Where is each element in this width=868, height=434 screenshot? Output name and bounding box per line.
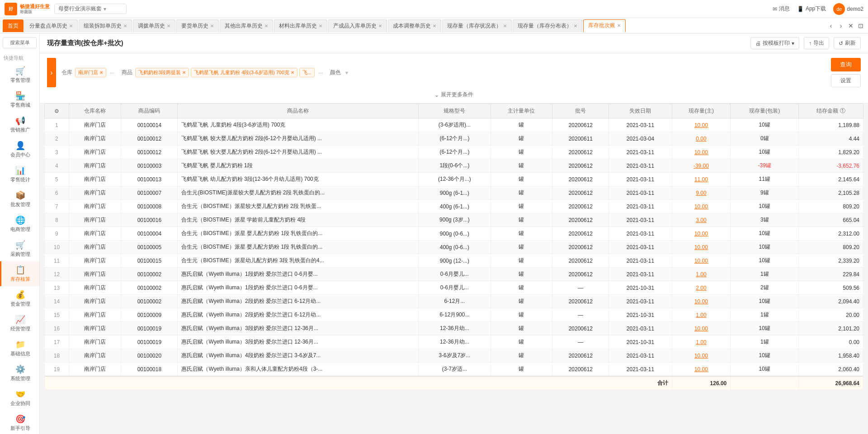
search-menu-button[interactable]: 搜索菜单 xyxy=(3,37,37,48)
tab-menu-button[interactable]: ⊡ xyxy=(856,21,865,30)
row-qty-main[interactable]: 1.00 xyxy=(672,268,731,281)
sidebar-item-wholesale[interactable]: 📦 批发管理 xyxy=(0,187,39,212)
goods-tag-more[interactable]: 飞... xyxy=(299,68,315,77)
tab-stock-dist[interactable]: 现存量（库存分布表） ✕ xyxy=(513,19,582,32)
user-avatar[interactable]: de demo2 xyxy=(833,3,863,15)
tab-close-other-out[interactable]: ✕ xyxy=(264,24,268,28)
sidebar-item-ecom[interactable]: 🌐 电商管理 xyxy=(0,212,39,236)
row-expiry: 2021-03-11 xyxy=(609,159,672,173)
row-qty-main[interactable]: 10.00 xyxy=(672,322,731,335)
row-qty-main[interactable]: 10.00 xyxy=(672,295,731,308)
row-qty-pkg: 10罐 xyxy=(731,254,799,268)
app-download-link[interactable]: 📱 App下载 xyxy=(797,5,826,13)
row-qty-main[interactable]: 0.00 xyxy=(672,132,731,146)
row-qty-main[interactable]: 10.00 xyxy=(672,254,731,268)
tab-zu-chai[interactable]: 组装拆卸单历史 ✕ xyxy=(79,19,132,32)
row-qty-main[interactable]: -39.00 xyxy=(672,159,731,173)
tab-next-button[interactable]: › xyxy=(836,21,845,30)
row-qty-main[interactable]: 1.00 xyxy=(672,335,731,349)
sidebar-item-system[interactable]: ⚙️ 系统管理 xyxy=(0,361,39,386)
sidebar-item-marketing[interactable]: 📢 营销推广 xyxy=(0,112,39,137)
expand-left-button[interactable]: › xyxy=(47,58,56,87)
row-spec: 12-36月幼... xyxy=(419,322,491,335)
query-button[interactable]: 查询 xyxy=(831,58,861,71)
tab-close-stock-dist[interactable]: ✕ xyxy=(574,24,577,28)
row-qty-main[interactable]: 10.00 xyxy=(672,241,731,254)
row-qty-main[interactable]: 10.00 xyxy=(672,227,731,241)
org-selector[interactable]: 母婴行业演示账套 ▾ xyxy=(54,4,127,14)
refresh-button[interactable]: ↺ 刷新 xyxy=(834,37,861,49)
row-qty-main[interactable]: 1.00 xyxy=(672,308,731,322)
tab-stock-status[interactable]: 现存量（库存状况表） ✕ xyxy=(442,19,512,32)
sidebar-item-operations[interactable]: 📈 经营管理 xyxy=(0,311,39,336)
tab-yao-huo[interactable]: 要货单历史 ✕ xyxy=(176,19,219,32)
tab-close-zu-chai[interactable]: ✕ xyxy=(123,24,127,28)
sidebar-item-guide[interactable]: 🎯 新手引导 xyxy=(0,410,39,434)
tab-batch-voucher[interactable]: 库存批次账 ✕ xyxy=(583,19,626,32)
tab-product-in[interactable]: 产成品入库单历史 ✕ xyxy=(328,19,387,32)
tab-close-stock-status[interactable]: ✕ xyxy=(503,24,507,28)
tag-remove-icon[interactable]: ✕ xyxy=(291,70,294,75)
sidebar-item-inventory[interactable]: 📋 库存核算 xyxy=(0,261,39,286)
tab-close-product-in[interactable]: ✕ xyxy=(378,24,382,28)
table-row: 4 南岸门店 00100003 飞鹤星飞帆 婴儿配方奶粉 1段 1段(0-6个.… xyxy=(45,159,863,173)
sidebar-item-purchase[interactable]: 🛒 采购管理 xyxy=(0,236,39,261)
row-name: 飞鹤星飞帆 婴儿配方奶粉 1段 xyxy=(178,159,419,173)
tab-close-material-out[interactable]: ✕ xyxy=(319,24,322,28)
message-link[interactable]: ✉ 消息 xyxy=(773,5,790,13)
row-qty-main[interactable]: 10.00 xyxy=(672,146,731,159)
tab-prev-button[interactable]: ‹ xyxy=(826,21,835,30)
row-name: 惠氏启赋（Wyeth illuma）3段奶粉 爱尔兰进口 12-36月... xyxy=(178,335,419,349)
sidebar-item-member[interactable]: 👤 会员中心 xyxy=(0,137,39,162)
tab-cost-adjust[interactable]: 成本调整单历史 ✕ xyxy=(388,19,441,32)
row-batch: 20200612 xyxy=(552,173,609,186)
warehouse-more-dots[interactable]: ··· xyxy=(108,70,116,76)
sidebar-item-retail-stats[interactable]: 📊 零售统计 xyxy=(0,162,39,187)
tab-diao-bo[interactable]: 调拨单历史 ✕ xyxy=(133,19,175,32)
sidebar-item-finance[interactable]: 💰 资金管理 xyxy=(0,286,39,311)
col-batch: 批号 xyxy=(552,104,609,118)
tab-material-out[interactable]: 材料出库单历史 ✕ xyxy=(274,19,327,32)
tab-close-yao-huo[interactable]: ✕ xyxy=(210,24,214,28)
row-code: 00100004 xyxy=(121,227,178,241)
goods-tag-1[interactable]: 飞鹤奶粉3段两提装 ✕ xyxy=(135,68,189,77)
tab-fen-pan[interactable]: 分量盘点单历史 ✕ xyxy=(24,19,78,32)
row-qty-main[interactable]: 10.00 xyxy=(672,118,731,132)
row-qty-main[interactable]: 3.00 xyxy=(672,213,731,227)
row-qty-main[interactable]: 10.00 xyxy=(672,363,731,377)
row-qty-main[interactable]: 10.00 xyxy=(672,200,731,213)
sidebar-item-enterprise[interactable]: 🤝 企业协同 xyxy=(0,386,39,410)
print-button[interactable]: 🖨 按模板打印 ▾ xyxy=(750,37,799,49)
row-qty-main[interactable]: 10.00 xyxy=(672,349,731,363)
goods-more-dots[interactable]: ··· xyxy=(316,70,325,76)
row-qty-main[interactable]: 11.00 xyxy=(672,173,731,186)
row-spec: 6-12月900... xyxy=(419,308,491,322)
row-spec: 400g (6-1...) xyxy=(419,200,491,213)
row-code: 00100019 xyxy=(121,322,178,335)
sidebar-item-base[interactable]: 📁 基础信息 xyxy=(0,336,39,361)
sidebar-item-retail-mgmt[interactable]: 🛒 零售管理 xyxy=(0,62,39,87)
tab-other-out[interactable]: 其他出库单历史 ✕ xyxy=(220,19,273,32)
chevron-down-icon: ⌄ xyxy=(434,92,439,98)
settings-button[interactable]: 设置 xyxy=(831,74,861,87)
goods-tag-2[interactable]: 飞鹤星飞帆 儿童奶粉 4段(3-6岁适用) 700克 ✕ xyxy=(191,68,297,77)
export-button[interactable]: ↑ 导出 xyxy=(804,37,829,49)
row-qty-main[interactable]: 2.00 xyxy=(672,281,731,295)
tab-close-diao-bo[interactable]: ✕ xyxy=(167,24,170,28)
tab-close-batch-voucher[interactable]: ✕ xyxy=(617,23,621,28)
tab-close-fen-pan[interactable]: ✕ xyxy=(69,24,73,28)
row-unit: 罐 xyxy=(491,363,552,377)
row-batch: 20200612 xyxy=(552,295,609,308)
footer-total-amount: 26,968.64 xyxy=(799,376,863,390)
tab-close-cost-adjust[interactable]: ✕ xyxy=(433,24,436,28)
tab-close-all-button[interactable]: ✕ xyxy=(846,21,855,30)
col-gear[interactable]: ⚙ xyxy=(45,104,69,118)
expand-more-button[interactable]: ⌄ 展开更多条件 xyxy=(434,91,473,99)
warehouse-tag-nanmen[interactable]: 南岸门店 ✕ xyxy=(75,68,106,77)
tag-remove-icon[interactable]: ✕ xyxy=(182,70,186,75)
row-code: 00100018 xyxy=(121,363,178,377)
row-qty-main[interactable]: 9.00 xyxy=(672,186,731,200)
tab-home[interactable]: 首页 xyxy=(3,19,24,32)
sidebar-item-retail-shop[interactable]: 🏪 零售商城 xyxy=(0,87,39,112)
tag-remove-icon[interactable]: ✕ xyxy=(99,70,103,75)
